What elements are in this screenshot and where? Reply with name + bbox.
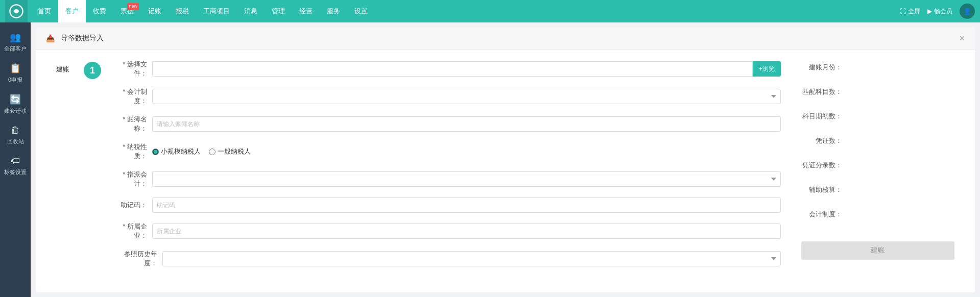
accounting-system-select[interactable] bbox=[152, 89, 781, 104]
aux-calculation-row: 辅助核算： bbox=[801, 182, 954, 197]
dialog-container: 📥 导爷数据导入 × 建账 1 bbox=[36, 28, 975, 292]
file-input-group: +浏览 bbox=[152, 61, 781, 77]
nav-item-ledger[interactable]: 记账 bbox=[141, 0, 169, 22]
sidebar-item-recycle[interactable]: 🗑 回收站 bbox=[0, 120, 31, 151]
nav-item-manage[interactable]: 管理 bbox=[265, 0, 292, 22]
nav-item-service[interactable]: 服务 bbox=[320, 0, 347, 22]
main-content: 📥 导爷数据导入 × 建账 1 bbox=[31, 22, 980, 297]
step-badge: 1 bbox=[84, 62, 101, 79]
affiliated-company-input[interactable] bbox=[152, 224, 781, 239]
fullscreen-button[interactable]: ⛶ 全屏 bbox=[900, 7, 920, 16]
voucher-entry-row: 凭证分录数： bbox=[801, 158, 954, 173]
memo-code-input[interactable] bbox=[152, 197, 781, 213]
browse-button[interactable]: +浏览 bbox=[753, 61, 781, 77]
ledger-name-row: * 账簿名称： bbox=[111, 115, 781, 133]
form-area: 建账 1 * 选择文件： +浏览 bbox=[56, 60, 954, 277]
subject-opening-label: 科目期初数： bbox=[801, 112, 847, 121]
nav-right: ⛶ 全屏 ▶ 畅会员 👤 bbox=[900, 4, 975, 19]
nav-item-billing[interactable]: 收费 bbox=[86, 0, 113, 22]
voucher-entry-label: 凭证分录数： bbox=[801, 161, 847, 170]
build-account-button[interactable]: 建账 bbox=[801, 241, 954, 260]
voucher-count-row: 凭证数： bbox=[801, 133, 954, 148]
form-fields: * 选择文件： +浏览 * 会计制度： bbox=[111, 60, 781, 277]
memo-code-label: 助记码： bbox=[111, 201, 152, 210]
ledger-name-label: * 账簿名称： bbox=[111, 115, 152, 133]
sidebar-item-all-customers[interactable]: 👥 全部客户 bbox=[0, 27, 31, 58]
tax-nature-radio-group: 小规模纳税人 一般纳税人 bbox=[152, 144, 781, 159]
top-nav: 首页 客户 收费 票据 new 记账 报税 工商项目 消息 管理 经营 服务 设… bbox=[0, 0, 980, 22]
historical-year-label: 参照历史年度： bbox=[111, 250, 162, 268]
new-badge: new bbox=[127, 3, 139, 10]
sidebar-item-tag-settings[interactable]: 🏷 标签设置 bbox=[0, 151, 31, 181]
file-label: * 选择文件： bbox=[111, 60, 152, 78]
step-label: 建账 bbox=[56, 65, 69, 74]
memo-code-row: 助记码： bbox=[111, 197, 781, 213]
dialog-title: 📥 导爷数据导入 bbox=[46, 34, 104, 43]
vip-button[interactable]: ▶ 畅会员 bbox=[927, 7, 952, 16]
accounting-system-label: * 会计制度： bbox=[111, 87, 152, 106]
affiliated-company-label: * 所属企业： bbox=[111, 222, 152, 240]
nav-item-invoice[interactable]: 票据 new bbox=[113, 0, 141, 22]
assign-accountant-label: * 指派会计： bbox=[111, 170, 152, 188]
tax-nature-label: * 纳税性质： bbox=[111, 142, 152, 161]
logo bbox=[5, 0, 28, 22]
radio-general-taxpayer[interactable]: 一般纳税人 bbox=[209, 147, 251, 156]
recycle-icon: 🗑 bbox=[11, 125, 20, 136]
zero-declaration-icon: 📋 bbox=[10, 63, 21, 74]
nav-items: 首页 客户 收费 票据 new 记账 报税 工商项目 消息 管理 经营 服务 设… bbox=[31, 0, 375, 22]
vip-icon: ▶ bbox=[927, 8, 932, 15]
nav-item-settings[interactable]: 设置 bbox=[347, 0, 375, 22]
fullscreen-icon: ⛶ bbox=[900, 8, 906, 15]
accounting-system-right-label: 会计制度： bbox=[801, 210, 847, 219]
historical-year-select[interactable] bbox=[162, 251, 781, 266]
form-left: 建账 1 * 选择文件： +浏览 bbox=[56, 60, 781, 277]
sidebar-item-account-migration[interactable]: 🔄 账套迁移 bbox=[0, 89, 31, 120]
right-panel: 建账月份： 匹配科目数： 科目期初数： 凭证数： bbox=[801, 60, 954, 277]
dialog-title-text: 导爷数据导入 bbox=[61, 34, 104, 43]
file-row: * 选择文件： +浏览 bbox=[111, 60, 781, 78]
assign-accountant-select[interactable] bbox=[152, 171, 781, 187]
tag-settings-icon: 🏷 bbox=[11, 156, 20, 166]
tax-nature-row: * 纳税性质： 小规模纳税人 一般纳税人 bbox=[111, 142, 781, 161]
aux-calculation-label: 辅助核算： bbox=[801, 185, 847, 194]
dialog-body: 建账 1 * 选择文件： +浏览 bbox=[36, 50, 975, 292]
layout: 👥 全部客户 📋 0申报 🔄 账套迁移 🗑 回收站 🏷 标签设置 📥 导爷 bbox=[0, 22, 980, 297]
file-input[interactable] bbox=[152, 61, 753, 77]
sidebar: 👥 全部客户 📋 0申报 🔄 账套迁移 🗑 回收站 🏷 标签设置 bbox=[0, 22, 31, 297]
build-month-label: 建账月份： bbox=[801, 63, 847, 72]
accounting-system-right-row: 会计制度： bbox=[801, 207, 954, 222]
ledger-name-input[interactable] bbox=[152, 116, 781, 132]
sidebar-item-zero-declaration[interactable]: 📋 0申报 bbox=[0, 58, 31, 89]
build-month-row: 建账月份： bbox=[801, 60, 954, 75]
nav-item-business[interactable]: 工商项目 bbox=[196, 0, 237, 22]
nav-item-operation[interactable]: 经营 bbox=[292, 0, 320, 22]
dialog-header: 📥 导爷数据导入 × bbox=[36, 28, 975, 50]
import-icon: 📥 bbox=[46, 34, 55, 42]
avatar[interactable]: 👤 bbox=[960, 4, 975, 19]
nav-item-customers[interactable]: 客户 bbox=[58, 0, 86, 22]
assign-accountant-row: * 指派会计： bbox=[111, 170, 781, 188]
close-button[interactable]: × bbox=[959, 34, 965, 43]
voucher-count-label: 凭证数： bbox=[801, 136, 847, 145]
nav-item-message[interactable]: 消息 bbox=[237, 0, 265, 22]
subject-opening-row: 科目期初数： bbox=[801, 109, 954, 124]
nav-item-home[interactable]: 首页 bbox=[31, 0, 58, 22]
affiliated-company-row: * 所属企业： bbox=[111, 222, 781, 240]
all-customers-icon: 👥 bbox=[10, 32, 21, 43]
step-section: 建账 1 * 选择文件： +浏览 bbox=[56, 60, 781, 277]
account-migration-icon: 🔄 bbox=[10, 94, 21, 105]
match-subjects-row: 匹配科目数： bbox=[801, 84, 954, 100]
nav-item-tax[interactable]: 报税 bbox=[169, 0, 196, 22]
historical-year-row: 参照历史年度： bbox=[111, 250, 781, 268]
accounting-system-row: * 会计制度： bbox=[111, 87, 781, 106]
match-subjects-label: 匹配科目数： bbox=[801, 87, 847, 96]
radio-small-taxpayer[interactable]: 小规模纳税人 bbox=[152, 147, 201, 156]
